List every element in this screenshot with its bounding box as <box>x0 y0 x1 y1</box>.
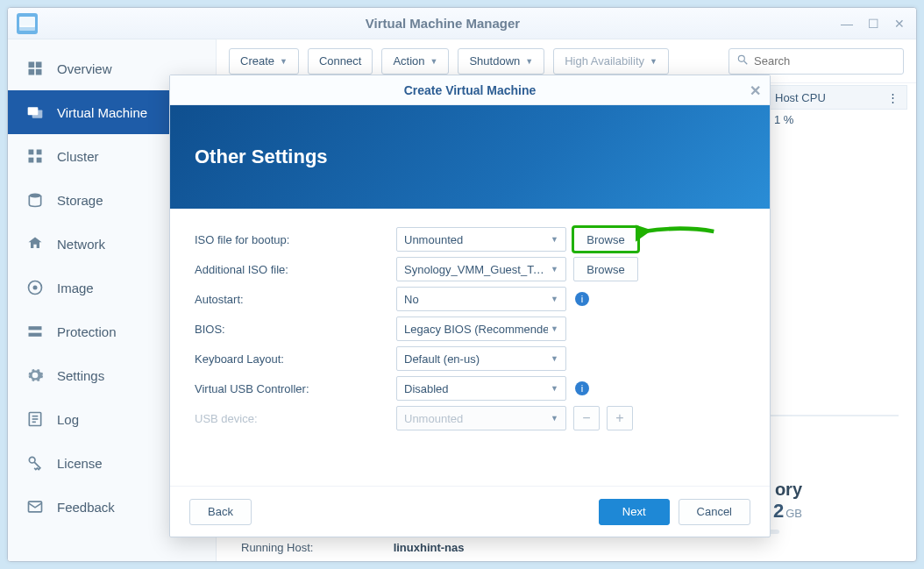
svg-rect-9 <box>37 150 42 155</box>
select-additional-iso[interactable]: Synology_VMM_Guest_Tool▼ <box>396 257 566 281</box>
label-usb-device: USB device: <box>195 412 396 425</box>
row-autostart: Autostart: No▼ i <box>195 284 745 314</box>
info-icon[interactable]: i <box>575 292 589 306</box>
browse-iso-bootup-button[interactable]: Browse <box>573 227 638 252</box>
select-usb-device: Unmounted▼ <box>396 406 566 430</box>
row-usb-device: USB device: Unmounted▼ − + <box>195 403 745 433</box>
label-keyboard: Keyboard Layout: <box>195 352 396 366</box>
modal-close-button[interactable]: ✕ <box>750 82 761 99</box>
svg-rect-1 <box>19 25 35 31</box>
memory-label: ory 2GB <box>773 480 802 523</box>
modal-title-bar: Create Virtual Machine ✕ <box>170 75 770 105</box>
svg-point-14 <box>33 286 38 290</box>
select-keyboard[interactable]: Default (en-us)▼ <box>396 346 566 371</box>
select-iso-bootup[interactable]: Unmounted▼ <box>396 227 566 252</box>
connect-button[interactable]: Connect <box>308 48 373 75</box>
svg-point-21 <box>29 457 35 463</box>
back-button[interactable]: Back <box>189 499 252 525</box>
svg-rect-4 <box>29 69 35 75</box>
select-autostart[interactable]: No▼ <box>396 287 566 311</box>
app-title: Virtual Machine Manager <box>46 16 839 31</box>
label-bios: BIOS: <box>195 323 396 336</box>
add-usb-button: + <box>607 406 633 430</box>
svg-rect-11 <box>37 158 42 163</box>
app-icon <box>17 13 38 34</box>
svg-rect-5 <box>36 69 42 75</box>
label-additional-iso: Additional ISO file: <box>195 263 396 276</box>
storage-icon <box>25 190 45 210</box>
modal-body: ISO file for bootup: Unmounted▼ Browse A… <box>170 209 770 486</box>
row-usb-controller: Virtual USB Controller: Disabled▼ i <box>195 373 745 403</box>
svg-point-23 <box>738 55 744 61</box>
sidebar-item-label: Feedback <box>57 500 115 515</box>
modal-title: Create Virtual Machine <box>404 83 537 97</box>
high-availability-button[interactable]: High Availability▼ <box>553 48 669 75</box>
sidebar-item-label: Virtual Machine <box>57 105 147 120</box>
search-icon <box>736 53 749 69</box>
annotation-arrow <box>636 218 718 245</box>
svg-rect-15 <box>29 326 42 330</box>
chevron-down-icon: ▼ <box>280 57 288 66</box>
label-autostart: Autostart: <box>195 293 396 306</box>
sidebar-item-label: Image <box>57 281 94 295</box>
chevron-down-icon: ▼ <box>525 57 533 66</box>
column-menu-icon[interactable]: ⋮ <box>887 91 899 104</box>
chevron-down-icon: ▼ <box>551 354 558 363</box>
sidebar-item-label: Protection <box>57 324 117 339</box>
protection-icon <box>25 322 45 341</box>
chevron-down-icon: ▼ <box>430 57 438 66</box>
svg-rect-7 <box>32 110 43 118</box>
app-window: Virtual Machine Manager — ☐ ✕ Overview V… <box>7 7 917 562</box>
next-button[interactable]: Next <box>599 499 670 525</box>
gear-icon <box>25 366 45 385</box>
modal-header: Other Settings <box>170 105 770 209</box>
host-cpu-header[interactable]: Host CPU ⋮ <box>767 85 907 110</box>
key-icon <box>25 453 45 473</box>
label-iso-bootup: ISO file for bootup: <box>195 233 396 246</box>
minimize-button[interactable]: — <box>839 16 855 32</box>
action-button[interactable]: Action▼ <box>381 48 449 75</box>
info-icon[interactable]: i <box>575 381 589 395</box>
chevron-down-icon: ▼ <box>551 265 558 274</box>
svg-rect-8 <box>29 150 34 155</box>
row-keyboard: Keyboard Layout: Default (en-us)▼ <box>195 344 745 373</box>
search-field[interactable] <box>729 48 904 75</box>
title-bar: Virtual Machine Manager — ☐ ✕ <box>8 8 916 39</box>
row-bios: BIOS: Legacy BIOS (Recommended)▼ <box>195 314 745 344</box>
svg-rect-10 <box>29 158 34 163</box>
svg-point-12 <box>29 194 40 198</box>
search-input[interactable] <box>754 54 901 68</box>
svg-line-24 <box>744 60 748 64</box>
chevron-down-icon: ▼ <box>551 295 558 303</box>
sidebar-item-label: License <box>57 456 103 471</box>
image-icon <box>25 278 45 297</box>
sidebar-item-label: Network <box>57 237 105 252</box>
cancel-button[interactable]: Cancel <box>679 499 750 525</box>
vm-icon <box>25 103 45 122</box>
sidebar-item-label: Log <box>57 412 79 427</box>
chevron-down-icon: ▼ <box>551 384 558 393</box>
chevron-down-icon: ▼ <box>551 414 558 423</box>
chevron-down-icon: ▼ <box>551 235 558 244</box>
browse-additional-iso-button[interactable]: Browse <box>573 257 638 281</box>
cluster-icon <box>25 146 45 166</box>
sidebar-item-label: Cluster <box>57 149 99 164</box>
svg-rect-3 <box>36 62 42 68</box>
svg-rect-2 <box>29 62 35 68</box>
shutdown-button[interactable]: Shutdown▼ <box>458 48 544 75</box>
close-button[interactable]: ✕ <box>892 16 907 32</box>
create-vm-modal: Create Virtual Machine ✕ Other Settings … <box>169 75 771 537</box>
host-cpu-column: Host CPU ⋮ 1 % <box>767 85 907 134</box>
sidebar-item-label: Settings <box>57 368 104 383</box>
select-usb-controller[interactable]: Disabled▼ <box>396 376 566 401</box>
host-cpu-value: 1 % <box>767 110 907 134</box>
select-bios[interactable]: Legacy BIOS (Recommended)▼ <box>396 317 566 341</box>
svg-rect-16 <box>29 333 42 337</box>
modal-footer: Back Next Cancel <box>170 486 770 537</box>
maximize-button[interactable]: ☐ <box>865 16 881 32</box>
log-icon <box>25 409 45 429</box>
sidebar-item-label: Storage <box>57 193 103 208</box>
sidebar-item-label: Overview <box>57 61 112 76</box>
bg-host-row: Running Host: linuxhint-nas <box>241 541 465 554</box>
create-button[interactable]: Create▼ <box>229 48 299 75</box>
